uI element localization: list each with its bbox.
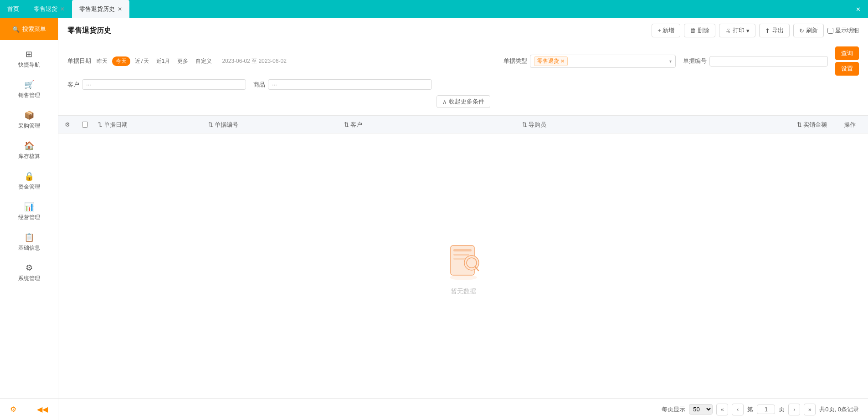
next-page-btn[interactable]: › (788, 404, 800, 415)
tag-close-icon[interactable]: ✕ (560, 58, 565, 64)
sidebar-item-label: 采购管理 (18, 122, 40, 130)
column-settings-icon[interactable]: ⚙ (65, 121, 70, 128)
date-btn-1month[interactable]: 近1月 (154, 56, 173, 66)
sidebar-item-label: 销售管理 (18, 92, 40, 99)
bill-type-label: 单据类型 (503, 57, 527, 65)
empty-text: 暂无数据 (451, 287, 476, 296)
print-icon: 🖨 (725, 27, 731, 34)
sort-icon: ⇅ (522, 121, 527, 128)
query-button[interactable]: 查询 (835, 46, 859, 60)
customer-input[interactable] (82, 79, 246, 90)
tab-return-close[interactable]: ✕ (60, 6, 65, 12)
filter-date-range: 2023-06-02 至 2023-06-02 (222, 57, 286, 65)
tab-return-history-close[interactable]: ✕ (118, 6, 122, 12)
th-guide-label: 导购员 (529, 121, 546, 129)
th-date-label: 单据日期 (104, 121, 128, 129)
sidebar-item-purchase[interactable]: 📦 采购管理 (0, 105, 58, 135)
goods-label: 商品 (253, 81, 265, 89)
page-header: 零售退货历史 + 新增 🗑 删除 🖨 打印 ▾ ⬆ 导出 ↻ (58, 18, 868, 116)
collapse-arrow-icon: ∧ (442, 98, 447, 105)
collapse-sidebar-btn[interactable]: ◀◀ (37, 405, 48, 414)
sidebar-item-sales[interactable]: 🛒 销售管理 (0, 74, 58, 105)
filter-bill-no: 单据编号 (683, 56, 828, 67)
sidebar-item-operations[interactable]: 📊 经营管理 (0, 196, 58, 227)
setting-button[interactable]: 设置 (835, 62, 859, 76)
tab-list: 首页 零售退货 ✕ 零售退货历史 ✕ (0, 0, 856, 18)
filter-row-1: 单据日期 昨天 今天 近7天 近1月 更多 自定义 2023-06-02 至 2… (67, 46, 859, 76)
th-guide[interactable]: ⇅ 导购员 (518, 117, 653, 133)
th-gear[interactable]: ⚙ (58, 118, 77, 132)
th-amount-label: 实销金额 (803, 121, 827, 129)
date-btn-yesterday[interactable]: 昨天 (94, 56, 110, 66)
refresh-button[interactable]: ↻ 刷新 (793, 24, 824, 37)
chevron-down-icon: ▾ (669, 59, 672, 64)
last-page-btn[interactable]: » (804, 404, 816, 415)
sidebar-item-label: 经营管理 (18, 214, 40, 221)
prev-page-btn[interactable]: ‹ (732, 404, 744, 415)
th-action-label: 操作 (844, 121, 856, 129)
date-btn-7days[interactable]: 近7天 (132, 56, 152, 66)
display-detail-checkbox[interactable] (827, 28, 833, 34)
inventory-icon: 🏠 (24, 141, 34, 151)
tab-return-label: 零售退货 (34, 5, 57, 13)
th-amount[interactable]: ⇅ 实销金额 (738, 117, 832, 133)
pagination: 每页显示 20 50 100 « ‹ 第 页 › » 共0页, 0条记录 (58, 398, 868, 420)
operations-icon: 📊 (24, 202, 34, 212)
sidebar-search[interactable]: 🔍 搜索菜单 (0, 18, 58, 40)
th-customer[interactable]: ⇅ 客户 (339, 117, 518, 133)
selected-type-tag: 零售退货 ✕ (534, 56, 568, 66)
page-title-row: 零售退货历史 + 新增 🗑 删除 🖨 打印 ▾ ⬆ 导出 ↻ (67, 24, 859, 37)
th-action: 操作 (832, 117, 868, 133)
date-btn-custom[interactable]: 自定义 (193, 56, 215, 66)
page-size-label: 每页显示 (662, 405, 685, 414)
goods-input[interactable] (268, 79, 432, 90)
th-date[interactable]: ⇅ 单据日期 (93, 117, 204, 133)
tab-return[interactable]: 零售退货 ✕ (26, 0, 72, 18)
table-header: ⚙ ⇅ 单据日期 ⇅ 单据编号 ⇅ 客户 ⇅ (58, 116, 868, 133)
select-all-checkbox[interactable] (82, 122, 88, 128)
filter-goods: 商品 (253, 79, 432, 90)
export-label: 导出 (772, 26, 784, 35)
new-button[interactable]: + 新增 (652, 24, 680, 37)
page-summary: 共0页, 0条记录 (819, 405, 859, 414)
th-check[interactable] (77, 118, 93, 131)
filter-row-2: 客户 商品 (67, 79, 859, 90)
collapse-filter-btn[interactable]: ∧ 收起更多条件 (437, 95, 490, 108)
empty-state: 暂无数据 (58, 133, 868, 398)
print-button[interactable]: 🖨 打印 ▾ (719, 24, 755, 37)
date-btn-more[interactable]: 更多 (175, 56, 191, 66)
delete-button[interactable]: 🗑 删除 (684, 24, 715, 37)
refresh-label: 刷新 (806, 26, 818, 35)
sidebar-item-label: 基础信息 (18, 244, 40, 252)
display-detail-label: 显示明细 (827, 26, 859, 35)
date-btn-today[interactable]: 今天 (112, 56, 130, 66)
window-close-btn[interactable]: ✕ (856, 6, 868, 13)
selected-type-text: 零售退货 (537, 57, 559, 65)
current-page-input[interactable] (757, 405, 775, 414)
tab-return-history[interactable]: 零售退货历史 ✕ (72, 0, 129, 18)
customer-label: 客户 (67, 81, 79, 89)
th-no[interactable]: ⇅ 单据编号 (204, 117, 339, 133)
system-icon: ⚙ (26, 263, 33, 273)
page-size-select[interactable]: 20 50 100 (689, 404, 713, 415)
finance-icon: 🔒 (24, 171, 34, 181)
svg-rect-3 (453, 254, 469, 256)
settings-bottom-btn[interactable]: ⚙ (10, 405, 16, 414)
tab-home[interactable]: 首页 (0, 0, 26, 18)
export-button[interactable]: ⬆ 导出 (759, 24, 790, 37)
collapse-label: 收起更多条件 (449, 97, 484, 106)
filter-bill-date: 单据日期 昨天 今天 近7天 近1月 更多 自定义 (67, 56, 215, 66)
refresh-icon: ↻ (799, 27, 804, 34)
sidebar-item-inventory[interactable]: 🏠 库存核算 (0, 135, 58, 166)
th-customer-label: 客户 (350, 121, 362, 129)
bill-no-input[interactable] (709, 56, 828, 67)
filter-customer: 客户 (67, 79, 246, 90)
sidebar-item-quick-nav[interactable]: ⊞ 快捷导航 (0, 44, 58, 74)
first-page-btn[interactable]: « (716, 404, 728, 415)
sidebar-item-finance[interactable]: 🔒 资金管理 (0, 166, 58, 196)
sidebar-item-system[interactable]: ⚙ 系统管理 (0, 257, 58, 288)
sidebar-bottom: ⚙ ◀◀ (0, 398, 58, 420)
bill-type-select[interactable]: 零售退货 ✕ ▾ (530, 55, 676, 68)
sidebar-item-basic-info[interactable]: 📋 基础信息 (0, 227, 58, 257)
export-icon: ⬆ (765, 27, 770, 34)
